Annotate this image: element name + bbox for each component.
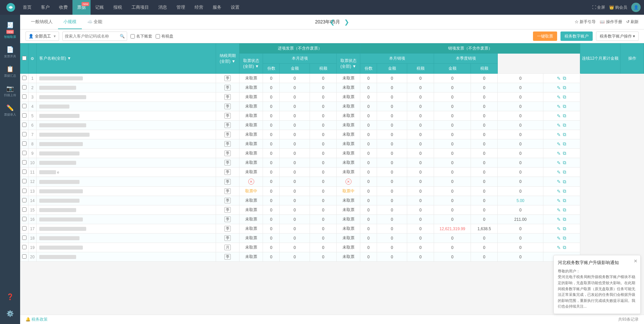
row-checkbox[interactable] (22, 245, 26, 249)
copy-icon[interactable]: ⧉ (563, 245, 566, 250)
row-in-status-cell[interactable]: 未取票 (239, 158, 263, 168)
row-out-status-cell[interactable]: 未取票 (337, 83, 360, 92)
row-checkbox[interactable] (22, 151, 26, 155)
copy-icon[interactable]: ⧉ (563, 113, 566, 119)
row-out-status-cell[interactable]: 未取票 (337, 243, 360, 252)
row-checkbox-cell[interactable] (20, 130, 29, 139)
new-user-guide-btn[interactable]: ☆ 新手引导 (575, 19, 596, 25)
nav-operation[interactable]: 经营 (190, 0, 208, 15)
digital-account-btn[interactable]: 税务数字账户 (560, 31, 593, 41)
row-name-cell[interactable] (37, 177, 216, 187)
row-name-cell[interactable] (37, 215, 216, 224)
row-in-status-cell[interactable]: 未取票 (239, 168, 263, 177)
taxpad-checkbox-label[interactable]: 有税盘 (156, 34, 173, 39)
copy-icon[interactable]: ⧉ (563, 226, 566, 232)
nav-service[interactable]: 服务 (208, 0, 226, 15)
row-checkbox-cell[interactable] (20, 111, 29, 121)
row-in-status-cell[interactable]: 未取票 (239, 234, 263, 243)
row-checkbox-cell[interactable] (20, 177, 29, 187)
sidebar-item-help[interactable]: ❓ (6, 290, 14, 304)
employee-select[interactable]: 👤 全部员工 ▾ (25, 31, 59, 41)
row-name-cell[interactable] (37, 187, 216, 196)
edit-icon[interactable]: ✎ (557, 207, 561, 213)
copy-icon[interactable]: ⧉ (563, 179, 566, 185)
select-all-checkbox[interactable] (22, 56, 26, 60)
taxpad-checkbox[interactable] (156, 34, 160, 39)
edit-icon[interactable]: ✎ (557, 198, 561, 203)
logo[interactable] (3, 3, 18, 12)
row-name-cell[interactable] (37, 205, 216, 215)
edit-icon[interactable]: ✎ (557, 151, 561, 156)
edit-icon[interactable]: ✎ (557, 113, 561, 119)
row-checkbox[interactable] (22, 104, 26, 108)
digital-account-action-btn[interactable]: 税务数字账户操作 ▾ (596, 31, 639, 41)
row-checkbox-cell[interactable] (20, 187, 29, 196)
row-checkbox[interactable] (22, 85, 26, 89)
edit-icon[interactable]: ✎ (557, 179, 561, 184)
edit-icon[interactable]: ✎ (557, 160, 561, 166)
row-checkbox-cell[interactable] (20, 224, 29, 234)
row-checkbox[interactable] (22, 236, 26, 240)
edit-icon[interactable]: ✎ (557, 236, 561, 241)
row-name-cell[interactable] (37, 83, 216, 92)
edit-icon[interactable]: ✎ (557, 189, 561, 194)
row-name-cell[interactable] (37, 139, 216, 149)
row-in-status-cell[interactable]: ✕ (239, 177, 263, 187)
nav-home[interactable]: 首页 (18, 0, 36, 15)
row-checkbox-cell[interactable] (20, 158, 29, 168)
row-in-status-cell[interactable]: 未取票 (239, 83, 263, 92)
row-in-status-cell[interactable]: 未取票 (239, 92, 263, 102)
edit-icon[interactable]: ✎ (557, 94, 561, 100)
row-name-cell[interactable] (37, 158, 216, 168)
tab-general-taxpayer[interactable]: 一般纳税人 (25, 15, 58, 29)
nav-settings[interactable]: 设置 (226, 0, 244, 15)
sidebar-item-settings-bottom[interactable]: ⚙️ (6, 307, 14, 321)
tab-small-scale[interactable]: 小规模 (58, 15, 82, 29)
row-in-status-cell[interactable]: 未取票 (239, 102, 263, 111)
row-name-cell[interactable] (37, 234, 216, 243)
search-icon[interactable]: 🔍 (120, 34, 125, 39)
th-client-name[interactable]: 客户名称(全部) ▼ (37, 44, 216, 74)
edit-icon[interactable]: ✎ (557, 217, 561, 222)
period-prev-btn[interactable]: ❮ (330, 18, 335, 26)
row-checkbox-cell[interactable] (20, 205, 29, 215)
copy-icon[interactable]: ⧉ (563, 216, 566, 222)
row-out-status-cell[interactable]: 未取票 (337, 205, 360, 215)
row-in-status-cell[interactable]: 未取票 (239, 74, 263, 83)
row-out-status-cell[interactable]: 未取票 (337, 252, 360, 262)
copy-icon[interactable]: ⧉ (563, 122, 566, 128)
sidebar-item-summary[interactable]: 📋 票据汇总 (0, 62, 20, 81)
row-checkbox-cell[interactable] (20, 168, 29, 177)
copy-icon[interactable]: ⧉ (563, 207, 566, 213)
one-click-ticket-btn[interactable]: 一键取票 (533, 31, 557, 41)
row-in-status-cell[interactable]: 未取票 (239, 243, 263, 252)
row-checkbox[interactable] (22, 94, 26, 99)
row-out-status-cell[interactable]: 未取票 (337, 130, 360, 139)
nav-manage[interactable]: 管理 (172, 0, 190, 15)
row-out-status-cell[interactable]: 未取票 (337, 196, 360, 205)
copy-icon[interactable]: ⧉ (563, 150, 566, 156)
row-in-status-cell[interactable]: 未取票 (239, 196, 263, 205)
row-out-status-cell[interactable]: 未取票 (337, 92, 360, 102)
row-in-status-cell[interactable]: 未取票 (239, 130, 263, 139)
row-out-status-cell[interactable]: 未取票 (337, 224, 360, 234)
row-checkbox-cell[interactable] (20, 92, 29, 102)
edit-icon[interactable]: ✎ (557, 123, 561, 128)
copy-icon[interactable]: ⧉ (563, 169, 566, 175)
row-out-status-cell[interactable]: 未取票 (337, 215, 360, 224)
row-checkbox-cell[interactable] (20, 83, 29, 92)
row-checkbox[interactable] (22, 198, 26, 202)
row-checkbox-cell[interactable] (20, 252, 29, 262)
row-in-status-cell[interactable]: 未取票 (239, 215, 263, 224)
row-in-status-cell[interactable]: 未取票 (239, 111, 263, 121)
row-checkbox[interactable] (22, 207, 26, 212)
copy-icon[interactable]: ⧉ (563, 94, 566, 100)
copy-icon[interactable]: ⧉ (563, 141, 566, 147)
row-out-status-cell[interactable]: 未取票 (337, 121, 360, 130)
row-checkbox-cell[interactable] (20, 149, 29, 158)
row-name-cell[interactable] (37, 196, 216, 205)
edit-icon[interactable]: ✎ (557, 170, 561, 175)
manual-btn[interactable]: 📖 操作手册 (600, 19, 622, 25)
fullscreen-btn[interactable]: ⛶ 全屏 (592, 5, 605, 10)
row-in-status-cell[interactable]: 未取票 (239, 121, 263, 130)
